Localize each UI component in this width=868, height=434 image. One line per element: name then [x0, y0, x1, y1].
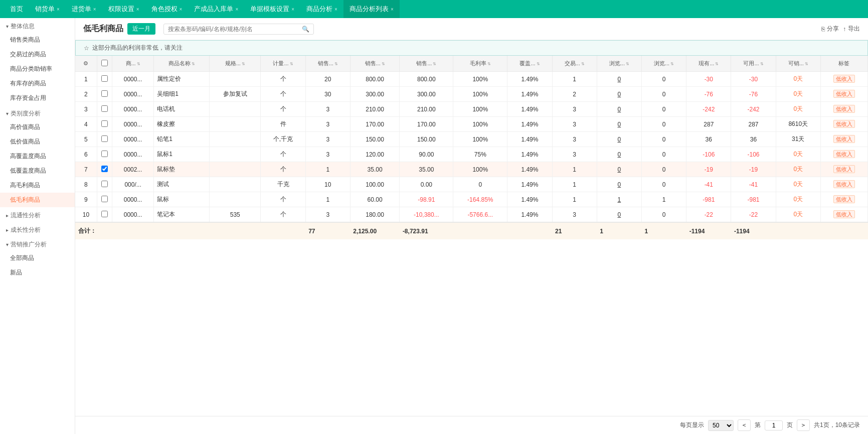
sidebar-group-marketing[interactable]: ▾ 营销推广分析 — [0, 236, 75, 251]
nav-role-auth[interactable]: 角色授权 × — [145, 0, 189, 18]
sidebar-item-traded-products[interactable]: 交易过的商品 — [0, 47, 75, 62]
row-tag: 低收入 — [820, 162, 867, 177]
nav-analysis-list[interactable]: 商品分析列表 × — [343, 0, 400, 18]
row-name[interactable]: 鼠标 — [154, 192, 210, 207]
row-current-stock: -981 — [686, 192, 731, 207]
nav-permissions[interactable]: 权限设置 × — [102, 0, 145, 18]
row-views1[interactable]: 1 — [597, 192, 641, 207]
sidebar-group-category[interactable]: ▾ 类别度分析 — [0, 105, 75, 120]
row-select-checkbox[interactable] — [101, 90, 108, 97]
sidebar-item-all-products[interactable]: 全部商品 — [0, 251, 75, 265]
sidebar-item-in-stock[interactable]: 有库存的商品 — [0, 76, 75, 91]
row-select-checkbox[interactable] — [101, 75, 108, 82]
close-icon[interactable]: × — [291, 7, 294, 12]
sidebar-item-low-value[interactable]: 低价值商品 — [0, 134, 75, 149]
th-checkbox[interactable] — [97, 56, 112, 72]
close-icon[interactable]: × — [57, 7, 60, 12]
row-views1[interactable]: 0 — [597, 147, 641, 162]
row-views1[interactable]: 0 — [597, 132, 641, 147]
sidebar-item-high-coverage[interactable]: 高覆盖度商品 — [0, 149, 75, 164]
row-checkbox[interactable] — [97, 177, 112, 192]
sidebar-group-growth[interactable]: ▸ 成长性分析 — [0, 222, 75, 236]
close-icon[interactable]: × — [391, 7, 394, 12]
row-checkbox[interactable] — [97, 192, 112, 207]
sidebar-item-category-sales[interactable]: 商品分类助销率 — [0, 62, 75, 76]
row-name[interactable]: 橡皮擦 — [154, 117, 210, 132]
close-icon[interactable]: × — [180, 7, 183, 12]
page-number-input[interactable] — [765, 420, 783, 430]
row-name[interactable]: 电话机 — [154, 102, 210, 117]
row-views1[interactable]: 0 — [597, 87, 641, 102]
prev-page-button[interactable]: ＜ — [738, 419, 751, 431]
page-size-select[interactable]: 20 50 100 — [708, 420, 734, 431]
close-icon[interactable]: × — [93, 7, 96, 12]
row-select-checkbox[interactable] — [101, 166, 108, 172]
nav-purchase-order[interactable]: 进货单 × — [66, 0, 102, 18]
row-spec — [210, 147, 261, 162]
filter-recent-month-button[interactable]: 近一月 — [127, 23, 155, 35]
notice-text: 这部分商品的利润非常低，请关注 — [92, 44, 183, 52]
chevron-right-icon: ▸ — [6, 227, 9, 233]
sidebar-group-circulation[interactable]: ▸ 流通性分析 — [0, 207, 75, 222]
sidebar-item-high-margin[interactable]: 高毛利商品 — [0, 178, 75, 193]
row-views1[interactable]: 0 — [597, 207, 641, 223]
row-views1[interactable]: 0 — [597, 72, 641, 87]
row-views1[interactable]: 0 — [597, 117, 641, 132]
row-spec — [210, 162, 261, 177]
select-all-checkbox[interactable] — [101, 60, 108, 66]
row-views1[interactable]: 0 — [597, 102, 641, 117]
nav-product-analysis[interactable]: 商品分析 × — [300, 0, 343, 18]
row-select-checkbox[interactable] — [101, 135, 108, 142]
sidebar-item-low-coverage[interactable]: 低覆盖度商品 — [0, 164, 75, 178]
row-name[interactable]: 测试 — [154, 177, 210, 192]
close-icon[interactable]: × — [235, 7, 238, 12]
top-navigation: 首页 销货单 × 进货单 × 权限设置 × 角色授权 × 产成品入库单 × 单据… — [0, 0, 868, 18]
row-checkbox[interactable] — [97, 72, 112, 87]
row-select-checkbox[interactable] — [101, 181, 108, 187]
row-spec — [210, 177, 261, 192]
share-button[interactable]: ⎘ 分享 — [821, 25, 839, 33]
sidebar-item-new-products[interactable]: 新品 — [0, 265, 75, 280]
row-sales-profit: 170.00 — [400, 117, 453, 132]
row-checkbox[interactable] — [97, 117, 112, 132]
export-button[interactable]: ↑ 导出 — [843, 25, 860, 33]
table-row: 6 0000... 鼠标1 个 3 120.00 90.00 75% 1.49%… — [75, 147, 868, 162]
row-views1[interactable]: 0 — [597, 177, 641, 192]
sidebar-item-high-value[interactable]: 高价值商品 — [0, 120, 75, 134]
row-checkbox[interactable] — [97, 132, 112, 147]
row-checkbox[interactable] — [97, 87, 112, 102]
row-checkbox[interactable] — [97, 147, 112, 162]
close-icon[interactable]: × — [334, 7, 337, 12]
row-name[interactable]: 鼠标1 — [154, 147, 210, 162]
row-select-checkbox[interactable] — [101, 120, 108, 127]
row-checkbox[interactable] — [97, 162, 112, 177]
sidebar-item-stock-capital[interactable]: 库存资金占用 — [0, 91, 75, 105]
row-name[interactable]: 笔记本 — [154, 207, 210, 223]
nav-sales-order[interactable]: 销货单 × — [29, 0, 66, 18]
sidebar-item-low-margin[interactable]: 低毛利商品 — [0, 193, 75, 207]
row-name[interactable]: 铅笔1 — [154, 132, 210, 147]
notice-icon: ☆ — [84, 45, 89, 52]
close-icon[interactable]: × — [136, 7, 139, 12]
sidebar-group-overall[interactable]: ▾ 整体信息 — [0, 18, 75, 33]
row-name[interactable]: 吴细细1 — [154, 87, 210, 102]
summary-sellable-empty — [820, 222, 867, 239]
row-views1[interactable]: 0 — [597, 162, 641, 177]
row-select-checkbox[interactable] — [101, 105, 108, 112]
row-checkbox[interactable] — [97, 207, 112, 223]
th-settings[interactable]: ⚙ — [75, 56, 97, 72]
row-name[interactable]: 鼠标垫 — [154, 162, 210, 177]
sidebar-item-sales-products[interactable]: 销售类商品 — [0, 33, 75, 47]
row-select-checkbox[interactable] — [101, 151, 108, 157]
nav-template-settings[interactable]: 单据模板设置 × — [244, 0, 300, 18]
search-input[interactable] — [168, 26, 302, 33]
row-select-checkbox[interactable] — [101, 211, 108, 217]
search-icon[interactable]: 🔍 — [302, 26, 309, 33]
row-unit: 个 — [261, 102, 305, 117]
row-name[interactable]: 属性定价 — [154, 72, 210, 87]
next-page-button[interactable]: ＞ — [797, 419, 810, 431]
row-select-checkbox[interactable] — [101, 196, 108, 202]
nav-finished-goods[interactable]: 产成品入库单 × — [188, 0, 244, 18]
row-checkbox[interactable] — [97, 102, 112, 117]
nav-home[interactable]: 首页 — [4, 0, 29, 18]
